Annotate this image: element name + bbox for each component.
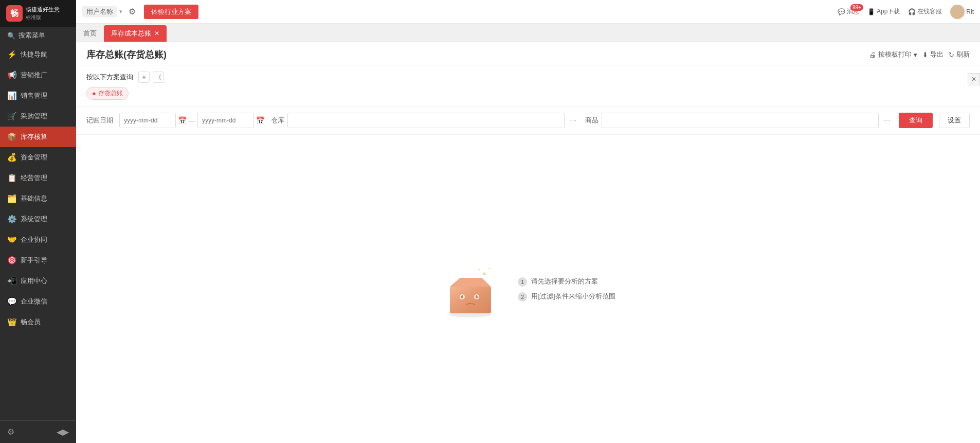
message-badge: 99+ [850, 4, 863, 11]
sidebar-item-marketing[interactable]: 📢 营销推广 [0, 65, 76, 85]
main-area: 用户名称 ▾ ⚙ 体验行业方案 💬 消息 99+ 📱 App下载 🎧 在线客服 … [76, 0, 980, 443]
svg-point-9 [479, 269, 480, 270]
tab-home[interactable]: 首页 [76, 25, 104, 42]
date-start-input[interactable] [119, 113, 176, 128]
sidebar-item-finance[interactable]: 💰 资金管理 [0, 147, 76, 168]
empty-illustration [441, 258, 502, 320]
date-end-input[interactable] [197, 113, 254, 128]
step-2-circle: 2 [518, 292, 527, 302]
export-label: 导出 [930, 50, 943, 59]
sidebar-item-guide[interactable]: 🎯 新手引导 [0, 250, 76, 271]
headset-icon: 🎧 [908, 8, 916, 15]
date-separator: — [189, 117, 195, 125]
filter-collapse-btn[interactable]: 《 [153, 72, 164, 83]
sales-icon: 📊 [7, 91, 16, 100]
refresh-label: 刷新 [956, 50, 970, 59]
scheme-tag-icon: ● [92, 90, 96, 97]
print-chevron[interactable]: ▾ [914, 51, 917, 59]
filter-row: 按以下方案查询 ＋ 《 [86, 72, 970, 83]
member-icon: 👑 [7, 317, 16, 327]
app-logo: 畅 畅捷通好生意 标准版 [0, 0, 76, 27]
tab-inventory-cost[interactable]: 库存成本总账 ✕ [104, 25, 167, 42]
sidebar-item-operation[interactable]: 📋 经营管理 [0, 168, 76, 188]
sidebar-item-sales[interactable]: 📊 销售管理 [0, 85, 76, 106]
inventory-cost-tab-label: 库存成本总账 [111, 29, 151, 38]
wechat-icon: 💬 [7, 297, 16, 306]
empty-state: 1 请先选择要分析的方案 2 用[过滤]条件来缩小分析范围 [76, 135, 980, 443]
query-btn[interactable]: 查询 [899, 113, 933, 128]
sidebar-item-label: 销售管理 [21, 91, 47, 100]
panel-close-btn[interactable]: ✕ [968, 73, 980, 85]
message-btn[interactable]: 💬 消息 99+ [838, 7, 859, 16]
goods-more-btn[interactable]: ··· [882, 116, 893, 125]
print-label: 按模板打印 [878, 50, 912, 59]
sidebar-item-purchase[interactable]: 🛒 采购管理 [0, 106, 76, 127]
goods-label: 商品 [585, 116, 598, 125]
empty-hints: 1 请先选择要分析的方案 2 用[过滤]条件来缩小分析范围 [518, 277, 615, 302]
sidebar-item-label: 库存核算 [21, 132, 47, 141]
user-chevron[interactable]: ▾ [119, 8, 122, 15]
sidebar-item-label: 企业协同 [21, 235, 47, 244]
svg-rect-2 [450, 287, 491, 313]
sidebar-item-member[interactable]: 👑 畅会员 [0, 312, 76, 332]
sidebar-item-label: 畅会员 [21, 317, 41, 327]
sidebar-item-system[interactable]: ⚙️ 系统管理 [0, 209, 76, 229]
sidebar-item-label: 快捷导航 [21, 50, 47, 59]
filter-add-btn[interactable]: ＋ [138, 72, 150, 83]
online-service-btn[interactable]: 🎧 在线客服 [908, 7, 942, 16]
goods-input[interactable] [602, 113, 879, 128]
date-label: 记账日期 [86, 116, 113, 125]
calendar-start-icon[interactable]: 📅 [178, 116, 187, 125]
filter-label: 按以下方案查询 [86, 73, 133, 82]
search-label: 搜索菜单 [19, 31, 45, 40]
svg-point-8 [489, 268, 491, 269]
industry-btn[interactable]: 体验行业方案 [144, 5, 198, 19]
export-btn[interactable]: ⬇ 导出 [922, 50, 943, 59]
sidebar-item-app-center[interactable]: 📲 应用中心 [0, 271, 76, 291]
date-group: 📅 — 📅 [119, 113, 265, 128]
svg-point-7 [483, 272, 486, 275]
sidebar-item-quick-nav[interactable]: ⚡ 快捷导航 [0, 44, 76, 65]
warehouse-group: 仓库 ··· [271, 113, 579, 128]
settings-icon[interactable]: ⚙ [7, 427, 14, 437]
svg-point-6 [476, 295, 478, 298]
warehouse-input[interactable] [287, 113, 565, 128]
scheme-tag[interactable]: ● 存货总账 [86, 87, 129, 100]
message-icon: 💬 [838, 8, 845, 15]
topbar-right: 💬 消息 99+ 📱 App下载 🎧 在线客服 Rit [838, 5, 974, 19]
filter-area: 按以下方案查询 ＋ 《 ● 存货总账 [76, 65, 980, 107]
svg-point-4 [461, 295, 463, 298]
print-template-btn[interactable]: 🖨 按模板打印 ▾ [869, 50, 917, 59]
sidebar-item-wechat[interactable]: 💬 企业微信 [0, 291, 76, 312]
calendar-end-icon[interactable]: 📅 [256, 116, 265, 125]
collapse-icon[interactable]: ◀▶ [57, 427, 69, 437]
empty-hint-1: 1 请先选择要分析的方案 [518, 277, 615, 287]
refresh-btn[interactable]: ↻ 刷新 [949, 50, 970, 59]
page-header-actions: 🖨 按模板打印 ▾ ⬇ 导出 ↻ 刷新 [869, 50, 970, 59]
user-avatar-area[interactable]: Rit [950, 5, 974, 19]
empty-hint-1-text: 请先选择要分析的方案 [531, 277, 598, 286]
sidebar-item-enterprise[interactable]: 🤝 企业协同 [0, 229, 76, 250]
system-icon: ⚙️ [7, 215, 16, 224]
sidebar-item-inventory[interactable]: 📦 库存核算 [0, 127, 76, 147]
warehouse-more-btn[interactable]: ··· [568, 116, 578, 125]
app-name: 畅捷通好生意 [26, 6, 60, 13]
step-1-circle: 1 [518, 277, 527, 287]
topbar-settings-icon[interactable]: ⚙ [129, 7, 136, 16]
sidebar-search[interactable]: 🔍 搜索菜单 [0, 27, 76, 44]
app-download-btn[interactable]: 📱 App下载 [867, 7, 900, 16]
page-title: 库存总账(存货总账) [86, 48, 167, 61]
filter-scheme-row: ● 存货总账 [86, 87, 970, 100]
refresh-icon: ↻ [949, 51, 954, 59]
page-header: 库存总账(存货总账) 🖨 按模板打印 ▾ ⬇ 导出 ↻ 刷新 [76, 42, 980, 65]
settings-btn[interactable]: 设置 [939, 113, 970, 128]
empty-hint-2-text: 用[过滤]条件来缩小分析范围 [531, 292, 615, 301]
sidebar-item-label: 资金管理 [21, 153, 47, 162]
user-name: 用户名称 [82, 6, 117, 17]
marketing-icon: 📢 [7, 70, 16, 80]
tab-close-icon[interactable]: ✕ [154, 30, 159, 37]
sidebar-item-basic[interactable]: 🗂️ 基础信息 [0, 188, 76, 209]
search-icon: 🔍 [7, 32, 15, 40]
finance-icon: 💰 [7, 153, 16, 162]
sidebar-item-label: 营销推广 [21, 70, 47, 80]
